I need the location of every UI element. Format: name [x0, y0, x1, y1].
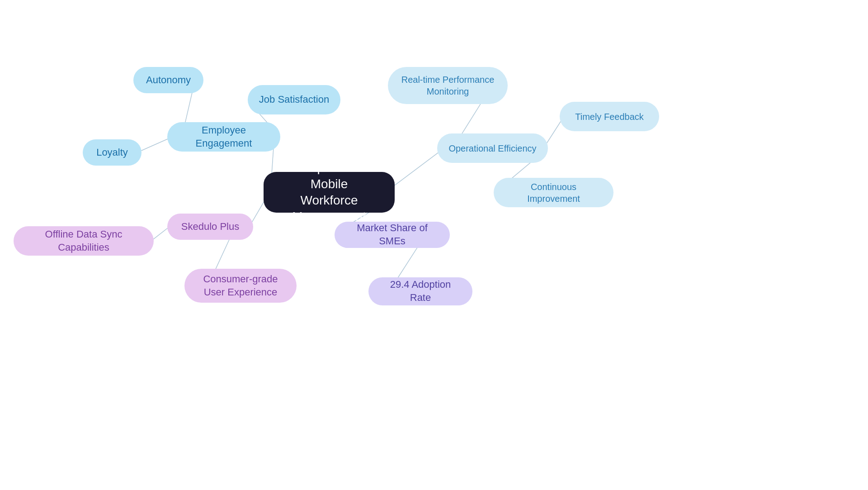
job-satisfaction-label: Job Satisfaction	[259, 93, 329, 106]
svg-line-4	[392, 152, 439, 187]
skedulo-plus-label: Skedulo Plus	[181, 220, 239, 233]
autonomy-label: Autonomy	[146, 74, 191, 87]
operational-efficiency-label: Operational Efficiency	[448, 143, 536, 154]
svg-line-3	[141, 139, 168, 151]
svg-line-6	[546, 120, 561, 144]
node-adoption-rate[interactable]: 29.4 Adoption Rate	[368, 277, 472, 305]
employee-engagement-label: Employee Engagement	[178, 124, 269, 150]
timely-feedback-label: Timely Feedback	[575, 111, 644, 123]
node-offline-data-sync[interactable]: Offline Data Sync Capabilities	[14, 226, 154, 256]
center-node[interactable]: Impact of Mobile Workforce Management	[264, 172, 395, 213]
node-job-satisfaction[interactable]: Job Satisfaction	[248, 85, 340, 114]
svg-line-9	[153, 228, 168, 239]
market-share-label: Market Share of SMEs	[345, 222, 439, 247]
node-realtime-performance[interactable]: Real-time Performance Monitoring	[388, 67, 508, 104]
node-market-share[interactable]: Market Share of SMEs	[335, 222, 450, 248]
node-consumer-grade[interactable]: Consumer-grade User Experience	[184, 269, 297, 303]
svg-line-10	[215, 238, 230, 271]
node-skedulo-plus[interactable]: Skedulo Plus	[167, 214, 253, 240]
node-employee-engagement[interactable]: Employee Engagement	[167, 122, 280, 152]
svg-line-1	[184, 90, 193, 126]
realtime-performance-label: Real-time Performance Monitoring	[399, 74, 497, 97]
continuous-improvement-label: Continuous Improvement	[505, 181, 603, 205]
center-node-label: Impact of Mobile Workforce Management	[285, 159, 373, 225]
svg-line-12	[397, 247, 418, 279]
node-autonomy[interactable]: Autonomy	[133, 67, 203, 93]
node-timely-feedback[interactable]: Timely Feedback	[560, 102, 659, 131]
node-loyalty[interactable]: Loyalty	[83, 139, 142, 166]
loyalty-label: Loyalty	[96, 146, 128, 159]
consumer-grade-label: Consumer-grade User Experience	[195, 273, 286, 299]
node-operational-efficiency[interactable]: Operational Efficiency	[437, 133, 548, 163]
svg-line-5	[460, 100, 482, 136]
node-continuous-improvement[interactable]: Continuous Improvement	[494, 178, 613, 207]
offline-data-sync-label: Offline Data Sync Capabilities	[24, 228, 143, 254]
adoption-rate-label: 29.4 Adoption Rate	[379, 278, 462, 304]
